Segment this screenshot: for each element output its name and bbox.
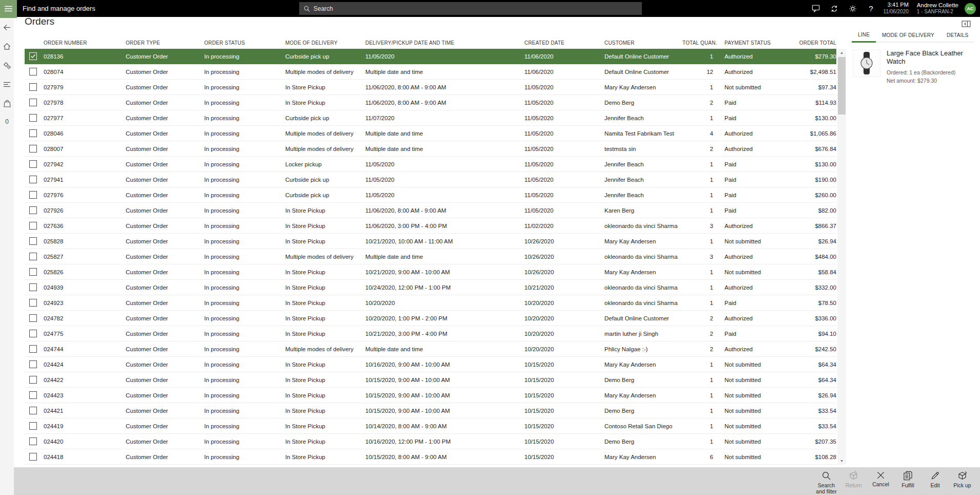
row-checkbox[interactable] <box>29 299 37 307</box>
table-row[interactable]: 024419 Customer Order In processing In S… <box>25 418 836 434</box>
sync-button[interactable] <box>825 0 844 17</box>
sidebar-item-home[interactable] <box>3 42 12 50</box>
cell-order-total: $866.37 <box>791 223 836 229</box>
row-checkbox[interactable] <box>29 237 37 245</box>
table-row[interactable]: 024775 Customer Order In processing In S… <box>25 326 836 341</box>
tab-details[interactable]: DETAILS <box>940 32 974 43</box>
row-checkbox[interactable] <box>29 283 37 291</box>
table-row[interactable]: 027978 Customer Order In processing In S… <box>25 95 836 110</box>
search-and-filter-button[interactable]: Search and filter <box>813 471 840 494</box>
tab-line[interactable]: LINE <box>852 32 876 43</box>
user-block[interactable]: Andrew Collette 1 - SANFRAN-2 <box>917 2 958 15</box>
tab-mode-of-delivery[interactable]: MODE OF DELIVERY <box>876 32 940 43</box>
pick-up-button[interactable]: Pick up <box>949 471 976 488</box>
row-checkbox[interactable] <box>29 114 37 122</box>
table-row[interactable]: 024424 Customer Order In processing In S… <box>25 357 836 372</box>
avatar[interactable]: AC <box>965 3 976 14</box>
row-checkbox[interactable] <box>29 206 37 214</box>
table-row[interactable]: 024420 Customer Order In processing In S… <box>25 434 836 449</box>
search-input[interactable]: Search <box>299 2 642 15</box>
order-line-item[interactable]: Large Face Black Leather Watch Ordered: … <box>852 49 976 85</box>
row-checkbox[interactable] <box>29 453 37 461</box>
hamburger-menu-button[interactable] <box>0 0 17 18</box>
table-row[interactable]: 025826 Customer Order In processing In S… <box>25 264 836 280</box>
table-row[interactable]: 024421 Customer Order In processing In S… <box>25 403 836 418</box>
table-row[interactable]: 024923 Customer Order In processing In S… <box>25 295 836 311</box>
feedback-button[interactable] <box>807 0 825 17</box>
table-row[interactable]: 024744 Customer Order In processing Mult… <box>25 341 836 357</box>
row-checkbox[interactable] <box>29 160 37 168</box>
cell-created-date: 11/02/2020 <box>524 223 604 229</box>
cell-customer: Demo Berg <box>604 377 682 383</box>
row-checkbox[interactable] <box>29 222 37 230</box>
table-row[interactable]: 027977 Customer Order In processing Curb… <box>25 110 836 126</box>
table-row[interactable]: 024782 Customer Order In processing In S… <box>25 311 836 326</box>
table-row[interactable]: 025827 Customer Order In processing Mult… <box>25 249 836 264</box>
row-checkbox[interactable] <box>29 83 37 91</box>
cell-payment-status: Not submitted <box>717 269 791 275</box>
row-checkbox[interactable] <box>29 407 37 414</box>
return-button[interactable]: Return <box>840 471 867 488</box>
row-checkbox[interactable] <box>29 422 37 430</box>
cell-quantity: 12 <box>682 69 717 75</box>
cell-created-date: 11/05/2020 <box>524 177 604 183</box>
table-row[interactable]: 027926 Customer Order In processing In S… <box>25 203 836 218</box>
row-checkbox[interactable] <box>29 52 37 60</box>
cell-quantity: 2 <box>682 346 717 352</box>
table-row[interactable]: 024422 Customer Order In processing In S… <box>25 372 836 388</box>
row-checkbox[interactable] <box>29 129 37 137</box>
table-row[interactable]: 027979 Customer Order In processing In S… <box>25 80 836 95</box>
row-checkbox[interactable] <box>29 345 37 353</box>
row-checkbox[interactable] <box>29 314 37 322</box>
scroll-down-arrow[interactable]: ▼ <box>837 457 846 465</box>
row-checkbox[interactable] <box>29 376 37 384</box>
cell-mode-of-delivery: Multiple modes of delivery <box>285 146 365 152</box>
sidebar-item-cart[interactable] <box>3 99 12 107</box>
back-button[interactable] <box>3 23 12 31</box>
row-checkbox[interactable] <box>29 330 37 337</box>
collapse-panel-button[interactable] <box>962 21 971 27</box>
help-button[interactable]: ? <box>862 0 880 17</box>
cell-order-type: Customer Order <box>126 439 204 445</box>
table-row[interactable]: 028046 Customer Order In processing Mult… <box>25 126 836 141</box>
table-row[interactable]: 024423 Customer Order In processing In S… <box>25 388 836 403</box>
sidebar-item-operations[interactable] <box>3 61 12 69</box>
row-checkbox[interactable] <box>29 145 37 153</box>
app-title: Find and manage orders <box>23 5 95 12</box>
sidebar-item-journals[interactable] <box>3 80 12 88</box>
scroll-up-arrow[interactable]: ▲ <box>837 49 846 56</box>
cell-mode-of-delivery: Curbside pick up <box>285 192 365 198</box>
scrollbar-thumb[interactable] <box>838 57 846 115</box>
table-row[interactable]: 027942 Customer Order In processing Lock… <box>25 157 836 172</box>
table-row[interactable]: 027941 Customer Order In processing Curb… <box>25 172 836 187</box>
row-checkbox[interactable] <box>29 176 37 183</box>
cell-order-type: Customer Order <box>126 130 204 137</box>
fulfill-button[interactable]: Fulfill <box>894 471 922 488</box>
table-row[interactable]: 028136 Customer Order In processing Curb… <box>25 49 836 64</box>
row-checkbox[interactable] <box>29 268 37 276</box>
cell-order-type: Customer Order <box>126 300 204 306</box>
cancel-button[interactable]: Cancel <box>867 471 894 487</box>
row-checkbox[interactable] <box>29 99 37 106</box>
back-arrow-icon <box>3 24 11 31</box>
row-checkbox[interactable] <box>29 437 37 445</box>
table-scrollbar[interactable]: ▲ ▼ <box>837 49 846 465</box>
row-checkbox[interactable] <box>29 253 37 260</box>
table-row[interactable]: 024939 Customer Order In processing In S… <box>25 280 836 295</box>
edit-button[interactable]: Edit <box>922 471 949 488</box>
row-checkbox[interactable] <box>29 68 37 75</box>
table-row[interactable]: 028007 Customer Order In processing Mult… <box>25 141 836 157</box>
table-row[interactable]: 027976 Customer Order In processing Curb… <box>25 187 836 203</box>
cell-order-total: $78.50 <box>791 300 836 306</box>
row-checkbox[interactable] <box>29 191 37 199</box>
table-row[interactable]: 028074 Customer Order In processing Mult… <box>25 64 836 80</box>
settings-button[interactable] <box>844 0 862 17</box>
row-checkbox[interactable] <box>29 391 37 399</box>
table-row[interactable]: 025828 Customer Order In processing In S… <box>25 234 836 249</box>
cell-order-total: $130.00 <box>791 161 836 167</box>
appbar-button-label: Search and filter <box>813 482 840 494</box>
cell-order-number: 025827 <box>44 254 126 260</box>
table-row[interactable]: 027636 Customer Order In processing In S… <box>25 218 836 234</box>
row-checkbox[interactable] <box>29 360 37 368</box>
table-row[interactable]: 024418 Customer Order In processing In S… <box>25 449 836 465</box>
